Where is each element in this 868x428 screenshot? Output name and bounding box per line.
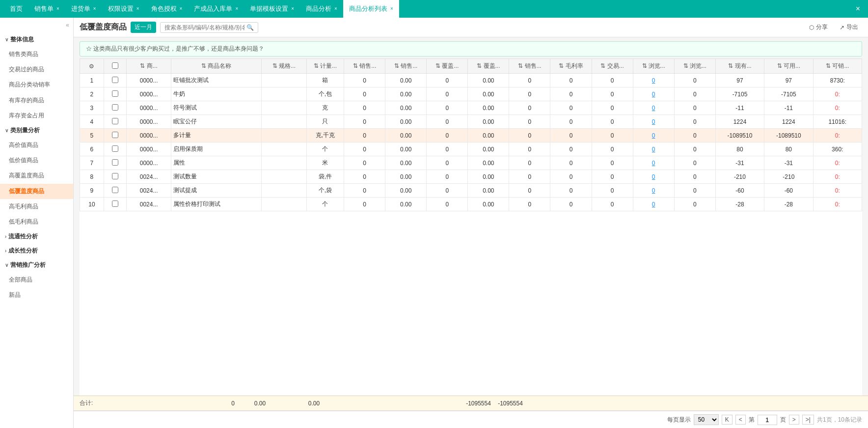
sidebar-item-stocked-products[interactable]: 有库存的商品	[0, 93, 73, 108]
page-number-input[interactable]	[758, 415, 777, 425]
col-unit[interactable]: ⇅ 计量...	[306, 59, 344, 74]
row-checkbox[interactable]	[112, 145, 118, 152]
sidebar-item-traded-products[interactable]: 交易过的商品	[0, 62, 73, 77]
cell-browse1[interactable]: 0	[633, 87, 674, 101]
share-btn[interactable]: ⬡ 分享	[805, 22, 832, 33]
sidebar-section-overall[interactable]: ∨ 整体信息	[0, 32, 73, 47]
nav-home[interactable]: 首页	[4, 0, 28, 18]
per-page-select[interactable]: 50 20 100	[694, 414, 719, 425]
row-checkbox[interactable]	[112, 159, 118, 166]
sidebar-section-growth[interactable]: › 成长性分析	[0, 244, 73, 258]
cell-checkbox[interactable]	[104, 184, 126, 198]
nav-product-in-close[interactable]: ×	[235, 0, 238, 18]
date-filter-btn[interactable]: 近一月	[131, 22, 156, 33]
search-input[interactable]	[164, 24, 244, 31]
col-sales3[interactable]: ⇅ 销售...	[509, 59, 550, 74]
products-table-container[interactable]: ⚙ ⇅ 商... ⇅ 商品名称 ⇅ 规格... ⇅ 计量... ⇅ 销售... …	[80, 58, 862, 396]
cell-browse1[interactable]: 0	[633, 156, 674, 170]
col-coverage1[interactable]: ⇅ 覆盖...	[427, 59, 468, 74]
col-name[interactable]: ⇅ 商品名称	[171, 59, 261, 74]
search-icon[interactable]: 🔍	[246, 24, 254, 31]
col-transaction[interactable]: ⇅ 交易...	[592, 59, 633, 74]
col-browse2[interactable]: ⇅ 浏览...	[674, 59, 715, 74]
row-checkbox[interactable]	[112, 104, 118, 111]
nav-analysis-close[interactable]: ×	[334, 0, 337, 18]
sidebar-item-new-products[interactable]: 新品	[0, 287, 73, 303]
nav-role[interactable]: 角色授权 ×	[145, 0, 189, 18]
cell-checkbox[interactable]	[104, 143, 126, 156]
cell-checkbox[interactable]	[104, 198, 126, 211]
row-checkbox[interactable]	[112, 77, 118, 83]
col-current[interactable]: ⇅ 现有...	[715, 59, 764, 74]
export-btn[interactable]: ↗ 导出	[836, 22, 862, 33]
col-sales1[interactable]: ⇅ 销售...	[344, 59, 385, 74]
cell-browse1[interactable]: 0	[633, 115, 674, 129]
cell-browse1[interactable]: 0	[633, 170, 674, 184]
col-code[interactable]: ⇅ 商...	[126, 59, 171, 74]
cell-checkbox[interactable]	[104, 101, 126, 115]
nav-permission-close[interactable]: ×	[136, 0, 139, 18]
row-checkbox[interactable]	[112, 90, 118, 97]
nav-analysis-list[interactable]: 商品分析列表 ×	[343, 0, 399, 18]
cell-checkbox[interactable]	[104, 74, 126, 87]
col-spec[interactable]: ⇅ 规格...	[261, 59, 306, 74]
sidebar-item-category-sales-rate[interactable]: 商品分类动销率	[0, 77, 73, 92]
col-settings[interactable]: ⚙	[80, 59, 104, 74]
cell-browse1[interactable]: 0	[633, 184, 674, 198]
nav-purchase-close[interactable]: ×	[93, 0, 96, 18]
col-saleable[interactable]: ⇅ 可销...	[813, 59, 862, 74]
cell-checkbox[interactable]	[104, 87, 126, 101]
cell-browse1[interactable]: 0	[633, 129, 674, 143]
cell-s1: 0	[344, 156, 385, 170]
sidebar-item-sales-products[interactable]: 销售类商品	[0, 47, 73, 62]
sidebar-item-high-profit[interactable]: 高毛利商品	[0, 199, 73, 214]
sidebar-item-high-value[interactable]: 高价值商品	[0, 138, 73, 153]
nav-role-close[interactable]: ×	[180, 0, 183, 18]
cell-checkbox[interactable]	[104, 129, 126, 143]
cell-browse1[interactable]: 0	[633, 101, 674, 115]
nav-permission[interactable]: 权限设置 ×	[102, 0, 145, 18]
next-page-btn[interactable]: >	[789, 415, 799, 425]
window-close-btn[interactable]: ×	[852, 4, 864, 13]
sidebar-collapse-btn[interactable]: «	[0, 18, 73, 32]
sidebar-item-low-profit[interactable]: 低毛利商品	[0, 214, 73, 229]
first-page-btn[interactable]: K	[722, 415, 732, 425]
row-checkbox[interactable]	[112, 118, 118, 124]
prev-page-btn[interactable]: <	[735, 415, 746, 425]
select-all-checkbox[interactable]	[112, 62, 118, 69]
cell-browse1[interactable]: 0	[633, 74, 674, 87]
sidebar-section-circulation[interactable]: › 流通性分析	[0, 229, 73, 244]
nav-analysis-list-close[interactable]: ×	[390, 0, 393, 18]
sidebar-section-category[interactable]: ∨ 类别量分析	[0, 123, 73, 138]
cell-browse1[interactable]: 0	[633, 143, 674, 156]
nav-product-in[interactable]: 产成品入库单 ×	[188, 0, 244, 18]
nav-template-close[interactable]: ×	[291, 0, 294, 18]
sidebar-item-inventory-value[interactable]: 库存资金占用	[0, 108, 73, 123]
row-checkbox[interactable]	[112, 173, 118, 179]
sidebar-item-low-value[interactable]: 低价值商品	[0, 153, 73, 168]
nav-purchase[interactable]: 进货单 ×	[65, 0, 102, 18]
nav-sales-close[interactable]: ×	[56, 0, 59, 18]
sidebar-item-all-products[interactable]: 全部商品	[0, 272, 73, 287]
cell-browse1[interactable]: 0	[633, 198, 674, 211]
col-browse1[interactable]: ⇅ 浏览...	[633, 59, 674, 74]
col-sales2[interactable]: ⇅ 销售...	[385, 59, 427, 74]
row-checkbox[interactable]	[112, 200, 118, 207]
sidebar-section-marketing[interactable]: ∨ 营销推广分析	[0, 258, 73, 272]
cell-checkbox[interactable]	[104, 156, 126, 170]
col-available[interactable]: ⇅ 可用...	[764, 59, 813, 74]
cell-checkbox[interactable]	[104, 170, 126, 184]
col-margin[interactable]: ⇅ 毛利率	[550, 59, 592, 74]
arrow-icon-4: ›	[5, 248, 6, 254]
settings-icon[interactable]: ⚙	[89, 63, 94, 70]
col-coverage2[interactable]: ⇅ 覆盖...	[468, 59, 509, 74]
nav-product-analysis[interactable]: 商品分析 ×	[300, 0, 343, 18]
row-checkbox[interactable]	[112, 132, 118, 138]
cell-checkbox[interactable]	[104, 115, 126, 129]
last-page-btn[interactable]: >|	[802, 415, 814, 425]
nav-sales[interactable]: 销售单 ×	[28, 0, 65, 18]
sidebar-item-low-coverage[interactable]: 低覆盖度商品	[0, 184, 73, 199]
sidebar-item-high-coverage[interactable]: 高覆盖度商品	[0, 168, 73, 183]
nav-template[interactable]: 单据模板设置 ×	[244, 0, 300, 18]
row-checkbox[interactable]	[112, 187, 118, 193]
